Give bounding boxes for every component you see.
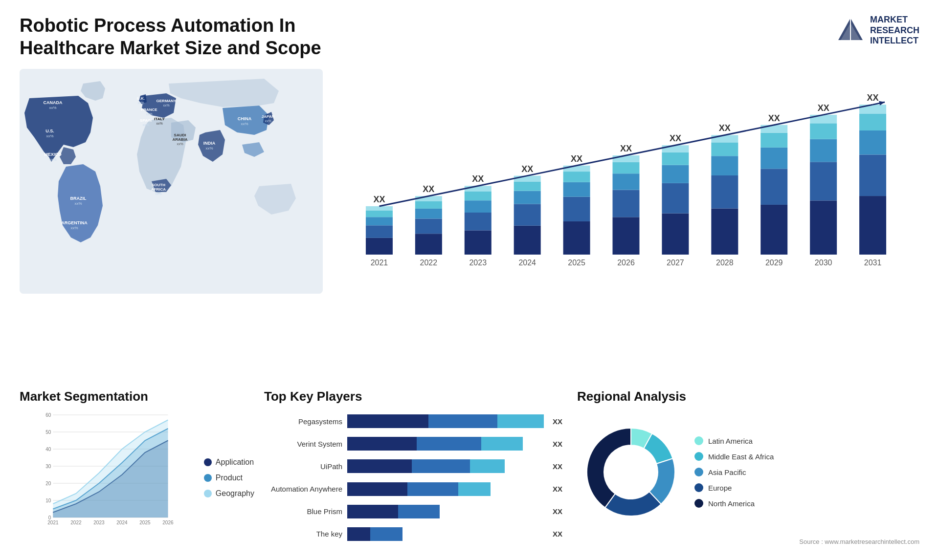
players-chart: PegasystemsXXVerint SystemXXUiPathXXAuto…: [264, 410, 567, 545]
svg-text:40: 40: [45, 447, 51, 452]
svg-text:INDIA: INDIA: [203, 141, 216, 146]
svg-rect-71: [613, 217, 640, 255]
player-bar-wrap: [347, 414, 544, 428]
regional-legend-label: Middle East & Africa: [708, 452, 774, 461]
svg-rect-109: [859, 114, 886, 131]
svg-text:2021: 2021: [47, 520, 59, 525]
legend-label-product: Product: [216, 474, 243, 482]
svg-text:XX: XX: [719, 124, 731, 133]
regional-legend-item: Europe: [694, 483, 774, 492]
svg-rect-82: [662, 145, 689, 152]
player-name: Verint System: [264, 440, 342, 448]
regional-legend: Latin AmericaMiddle East & AfricaAsia Pa…: [694, 436, 774, 508]
seg-chart: 0102030405060202120222023202420252026 Ap…: [20, 410, 254, 545]
svg-rect-60: [514, 182, 541, 191]
svg-rect-101: [810, 139, 837, 162]
legend-item-application: Application: [204, 458, 254, 467]
svg-rect-44: [415, 219, 442, 234]
svg-text:XX: XX: [818, 103, 829, 113]
svg-rect-108: [859, 130, 886, 154]
svg-text:XX: XX: [768, 113, 780, 123]
svg-text:2024: 2024: [518, 258, 536, 267]
svg-rect-79: [662, 183, 689, 214]
svg-text:XX: XX: [620, 144, 632, 153]
player-bar-seg2: [398, 505, 440, 518]
svg-text:CHINA: CHINA: [238, 116, 252, 121]
svg-text:xx%: xx%: [265, 119, 271, 123]
svg-text:XX: XX: [423, 184, 434, 194]
svg-text:xx%: xx%: [142, 123, 149, 127]
player-bar-seg2: [428, 414, 498, 428]
player-name: Pegasystems: [264, 417, 342, 426]
key-players-section: Top Key Players PegasystemsXXVerint Syst…: [264, 389, 567, 545]
svg-rect-92: [760, 205, 787, 255]
player-row: Blue PrismXX: [264, 505, 567, 518]
player-bar-wrap: [347, 527, 544, 541]
svg-text:xx%: xx%: [156, 122, 162, 125]
player-bar-seg2: [412, 459, 470, 473]
svg-rect-46: [415, 201, 442, 209]
donut-svg: [577, 418, 685, 526]
map-svg: CANADA xx% U.S. xx% MEXICO xx% BRAZIL xx…: [20, 69, 323, 294]
svg-text:XX: XX: [867, 93, 879, 103]
source-text: Source : www.marketresearchintellect.com: [577, 538, 919, 545]
brand-icon: [836, 16, 865, 45]
svg-text:xx%: xx%: [49, 157, 56, 162]
donut-wrap: [577, 418, 685, 526]
svg-text:2025: 2025: [568, 258, 585, 267]
regional-legend-dot: [694, 436, 703, 445]
svg-rect-78: [662, 214, 689, 255]
svg-rect-64: [563, 221, 590, 255]
player-name: The key: [264, 530, 342, 538]
svg-rect-88: [711, 143, 738, 156]
svg-rect-96: [760, 125, 787, 133]
regional-legend-item: Middle East & Africa: [694, 452, 774, 461]
regional-content: Latin AmericaMiddle East & AfricaAsia Pa…: [577, 410, 919, 534]
svg-text:ARGENTINA: ARGENTINA: [61, 220, 88, 225]
svg-rect-36: [366, 238, 393, 255]
page-title: Robotic Process Automation In Healthcare…: [20, 15, 362, 59]
player-bar-seg3: [470, 459, 505, 473]
segmentation-title: Market Segmentation: [20, 389, 254, 404]
legend-item-product: Product: [204, 474, 254, 482]
svg-rect-39: [366, 211, 393, 217]
svg-text:2023: 2023: [469, 258, 487, 267]
player-bar-seg1: [347, 527, 370, 541]
svg-text:FRANCE: FRANCE: [141, 108, 157, 112]
svg-rect-95: [760, 133, 787, 148]
regional-legend-item: Latin America: [694, 436, 774, 445]
svg-rect-58: [514, 204, 541, 226]
svg-text:xx%: xx%: [46, 134, 53, 138]
regional-legend-item: North America: [694, 499, 774, 508]
player-bar-seg3: [497, 414, 544, 428]
svg-text:2025: 2025: [139, 520, 151, 525]
svg-rect-75: [613, 155, 640, 162]
svg-text:2026: 2026: [617, 258, 635, 267]
svg-text:10: 10: [45, 498, 51, 503]
logo-box: MARKETRESEARCHINTELLECT: [836, 15, 919, 46]
svg-rect-80: [662, 165, 689, 183]
regional-section: Regional Analysis Latin AmericaMiddle Ea…: [577, 389, 919, 545]
legend-dot-geography: [204, 490, 212, 497]
svg-text:xx%: xx%: [177, 142, 183, 146]
svg-text:20: 20: [45, 481, 51, 486]
legend-dot-application: [204, 458, 212, 466]
svg-rect-59: [514, 191, 541, 204]
svg-text:2029: 2029: [765, 258, 783, 267]
svg-text:BRAZIL: BRAZIL: [70, 196, 87, 201]
svg-rect-67: [563, 172, 590, 182]
regional-legend-label: North America: [708, 499, 755, 508]
player-bar-wrap: [347, 459, 544, 473]
regional-legend-dot: [694, 452, 703, 461]
svg-text:ITALY: ITALY: [154, 117, 165, 121]
svg-rect-100: [810, 162, 837, 201]
svg-text:xx%: xx%: [155, 192, 161, 195]
svg-rect-53: [465, 192, 492, 200]
svg-rect-68: [563, 166, 590, 172]
regional-legend-dot: [694, 499, 703, 508]
svg-text:2022: 2022: [70, 520, 82, 525]
player-val: XX: [553, 417, 567, 426]
svg-text:XX: XX: [670, 133, 681, 143]
svg-rect-89: [711, 135, 738, 143]
bar-chart-section: XX2021XX2022XX2023XX2024XX2025XX2026XX20…: [333, 69, 919, 379]
